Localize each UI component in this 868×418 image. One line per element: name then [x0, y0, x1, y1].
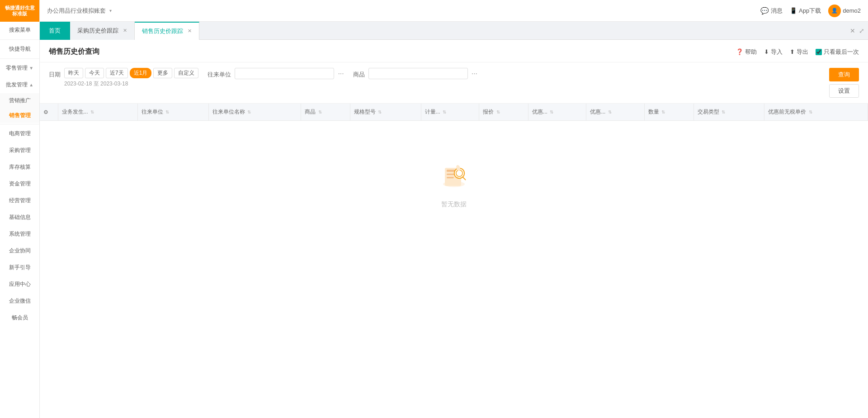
date-btn-yesterday[interactable]: 昨天 — [64, 68, 83, 78]
sort-arrows-partner-name: ⇅ — [247, 109, 251, 114]
date-btn-more[interactable]: 更多 — [153, 68, 172, 78]
table-wrapper: ⚙ 业务发生... ⇅ 往来单位 ⇅ 往来单位名称 ⇅ — [40, 104, 868, 418]
filter-buttons: 查询 设置 — [829, 68, 859, 98]
col-biz-date[interactable]: 业务发生... ⇅ — [58, 104, 138, 121]
header-right: 💬 消息 📱 App下载 👤 demo2 — [760, 5, 861, 17]
sidebar-item-vip[interactable]: 畅会员 — [0, 309, 39, 326]
sidebar-item-label: 采购管理 — [9, 147, 31, 153]
col-discount2[interactable]: 优惠... ⇅ — [586, 104, 645, 121]
sidebar-item-label: 畅会员 — [12, 314, 28, 321]
settings-icon[interactable]: ⚙ — [43, 109, 48, 115]
filter-area: 日期 昨天 今天 近7天 近1月 更多 自定义 2023-02-18 至 202… — [40, 62, 868, 104]
message-icon: 💬 — [760, 7, 769, 15]
sidebar-item-purchase[interactable]: 采购管理 — [0, 142, 39, 159]
svg-line-7 — [462, 177, 465, 180]
sidebar-item-appstore[interactable]: 应用中心 — [0, 276, 39, 293]
date-btn-custom[interactable]: 自定义 — [174, 68, 198, 78]
settings-button[interactable]: 设置 — [829, 84, 859, 98]
product-dots[interactable]: ··· — [472, 70, 477, 78]
date-btn-7days[interactable]: 近7天 — [106, 68, 128, 78]
help-label: 帮助 — [745, 48, 757, 56]
tab-sales-history-close[interactable]: ✕ — [188, 28, 192, 34]
sidebar-item-label: 搜索菜单 — [9, 27, 31, 33]
sidebar-item-ecommerce[interactable]: 电商管理 — [0, 125, 39, 142]
sidebar-item-label: 应用中心 — [9, 281, 31, 287]
message-action[interactable]: 💬 消息 — [760, 7, 783, 15]
col-product[interactable]: 商品 ⇅ — [301, 104, 350, 121]
col-partner-name[interactable]: 往来单位名称 ⇅ — [208, 104, 301, 121]
sidebar-item-label: 营销推广 — [9, 97, 31, 104]
col-partner-code[interactable]: 往来单位 ⇅ — [138, 104, 209, 121]
col-pretax-price[interactable]: 优惠前无税单价 ⇅ — [764, 104, 868, 121]
user-profile[interactable]: 👤 demo2 — [828, 5, 861, 17]
col-trade-type-label: 交易类型 — [698, 109, 719, 115]
partner-dots[interactable]: ··· — [338, 70, 344, 78]
sidebar-item-system[interactable]: 系统管理 — [0, 226, 39, 242]
app-download-action[interactable]: 📱 App下载 — [790, 7, 821, 15]
content-area: 销售历史价查询 ❓ 帮助 ⬇ 导入 ⬆ 导出 只看最后一次 — [40, 40, 868, 418]
app-download-icon: 📱 — [790, 7, 797, 14]
sort-arrows-quantity: ⇅ — [661, 109, 665, 114]
sidebar-item-inventory[interactable]: 库存核算 — [0, 159, 39, 176]
sidebar-item-finance[interactable]: 资金管理 — [0, 176, 39, 192]
partner-input-group: ··· — [235, 68, 344, 79]
tab-purchase-history-close[interactable]: ✕ — [123, 28, 127, 33]
main-area: 办公用品行业模拟账套 ▾ 💬 消息 📱 App下载 👤 demo2 首页 — [40, 0, 868, 418]
tab-home[interactable]: 首页 — [40, 22, 70, 40]
sidebar-item-retail[interactable]: 零售管理 ▼ — [0, 60, 39, 76]
sidebar-item-quick-nav[interactable]: 快捷导航 — [0, 41, 39, 57]
date-btn-today[interactable]: 今天 — [85, 68, 104, 78]
sort-arrows-unit: ⇅ — [443, 109, 446, 114]
import-action[interactable]: ⬇ 导入 — [764, 48, 783, 56]
partner-filter-group: 往来单位 ··· — [208, 68, 344, 79]
sidebar-item-basic[interactable]: 基础信息 — [0, 209, 39, 226]
sidebar-item-label: 基础信息 — [9, 214, 31, 220]
col-discount1-label: 优惠... — [532, 109, 547, 115]
help-action[interactable]: ❓ 帮助 — [736, 48, 757, 56]
table-head: ⚙ 业务发生... ⇅ 往来单位 ⇅ 往来单位名称 ⇅ — [40, 104, 868, 121]
sidebar-item-label: 企业协同 — [9, 247, 31, 254]
col-pretax-price-label: 优惠前无税单价 — [768, 109, 806, 115]
sort-arrows-discount2: ⇅ — [608, 109, 612, 114]
col-quantity[interactable]: 数量 ⇅ — [645, 104, 694, 121]
sidebar-item-wechat[interactable]: 企业微信 — [0, 293, 39, 309]
sidebar-item-label: 企业微信 — [9, 298, 31, 304]
col-settings[interactable]: ⚙ — [40, 104, 58, 121]
col-quantity-label: 数量 — [648, 109, 659, 115]
sidebar-item-operations[interactable]: 经营管理 — [0, 192, 39, 209]
col-discount1[interactable]: 优惠... ⇅ — [528, 104, 586, 121]
top-header: 办公用品行业模拟账套 ▾ 💬 消息 📱 App下载 👤 demo2 — [40, 0, 868, 22]
partner-input[interactable] — [235, 68, 334, 79]
col-quote[interactable]: 报价 ⇅ — [479, 104, 528, 121]
logo-sub: 标准版 — [12, 11, 27, 17]
export-action[interactable]: ⬆ 导出 — [790, 48, 808, 56]
col-spec[interactable]: 规格型号 ⇅ — [350, 104, 421, 121]
sort-arrows-discount1: ⇅ — [550, 109, 553, 114]
sidebar-item-search[interactable]: 搜索菜单 — [0, 22, 39, 38]
maximize-icon[interactable]: ⤢ — [859, 27, 864, 34]
app-dropdown-icon[interactable]: ▾ — [109, 8, 112, 13]
sidebar-item-wholesale[interactable]: 批发管理 ▲ — [0, 76, 39, 93]
data-table: ⚙ 业务发生... ⇅ 往来单位 ⇅ 往来单位名称 ⇅ — [40, 104, 868, 121]
sort-arrows-pretax-price: ⇅ — [809, 109, 812, 114]
query-button[interactable]: 查询 — [829, 68, 859, 81]
col-unit[interactable]: 计量... ⇅ — [421, 104, 479, 121]
col-trade-type[interactable]: 交易类型 ⇅ — [693, 104, 764, 121]
only-last-action[interactable]: 只看最后一次 — [816, 48, 859, 56]
close-tab-icon[interactable]: ✕ — [850, 27, 855, 34]
product-input-group: ··· — [368, 68, 477, 79]
sidebar-item-enterprise[interactable]: 企业协同 — [0, 242, 39, 259]
sidebar-item-marketing[interactable]: 营销推广 — [0, 93, 39, 108]
col-partner-name-label: 往来单位名称 — [212, 109, 245, 115]
message-label: 消息 — [771, 7, 783, 15]
product-input[interactable] — [368, 68, 468, 79]
sidebar-item-sales[interactable]: 销售管理 — [0, 108, 39, 123]
tab-sales-history[interactable]: 销售历史价跟踪 ✕ — [135, 22, 199, 40]
only-last-checkbox[interactable] — [816, 49, 822, 55]
date-btn-1month[interactable]: 近1月 — [130, 68, 152, 78]
tab-purchase-history[interactable]: 采购历史价跟踪 ✕ — [70, 22, 135, 40]
date-range-display: 2023-02-18 至 2023-03-18 — [64, 80, 198, 88]
col-spec-label: 规格型号 — [354, 109, 376, 115]
sidebar-item-newbie[interactable]: 新手引导 — [0, 259, 39, 276]
date-filter-label: 日期 — [49, 68, 61, 79]
